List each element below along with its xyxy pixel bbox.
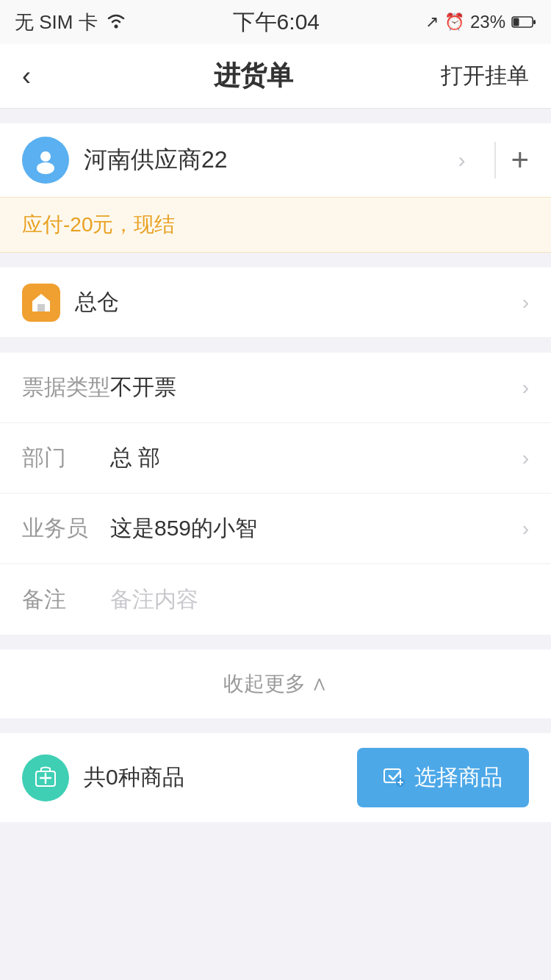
svg-point-4 bbox=[40, 151, 51, 162]
section-gap-1 bbox=[0, 253, 551, 267]
open-pending-button[interactable]: 打开挂单 bbox=[441, 61, 529, 91]
wifi-icon bbox=[105, 11, 127, 34]
supplier-section: 河南供应商22 › + 应付-20元，现结 bbox=[0, 123, 551, 253]
supplier-chevron-icon: › bbox=[458, 148, 465, 173]
invoice-type-label: 票据类型 bbox=[22, 372, 110, 403]
content-area: 河南供应商22 › + 应付-20元，现结 总仓 › 票据类型 不开票 bbox=[0, 123, 551, 980]
gray-fill bbox=[0, 822, 551, 980]
supplier-row[interactable]: 河南供应商22 › + bbox=[0, 123, 551, 197]
status-time: 下午6:04 bbox=[233, 7, 320, 37]
back-button[interactable]: ‹ bbox=[22, 61, 66, 92]
collapse-button[interactable]: 收起更多 ∧ bbox=[0, 649, 551, 718]
supplier-name: 河南供应商22 bbox=[84, 144, 458, 176]
invoice-type-value: 不开票 bbox=[110, 372, 515, 403]
svg-point-0 bbox=[114, 24, 118, 28]
page-title: 进货单 bbox=[214, 58, 293, 94]
supplier-avatar bbox=[22, 137, 69, 184]
warehouse-icon-wrap bbox=[22, 284, 60, 322]
warehouse-name: 总仓 bbox=[75, 287, 515, 317]
product-count: 共0种商品 bbox=[84, 763, 342, 793]
svg-rect-6 bbox=[37, 304, 45, 311]
info-text: 应付-20元，现结 bbox=[22, 213, 175, 236]
bottom-bar: 共0种商品 选择商品 bbox=[0, 733, 551, 822]
svg-rect-3 bbox=[533, 20, 536, 24]
section-gap-2 bbox=[0, 338, 551, 353]
salesperson-label: 业务员 bbox=[22, 514, 110, 544]
salesperson-row[interactable]: 业务员 这是859的小智 › bbox=[0, 494, 551, 564]
select-product-label: 选择商品 bbox=[414, 763, 503, 793]
salesperson-value: 这是859的小智 bbox=[110, 514, 515, 544]
add-supplier-button[interactable]: + bbox=[511, 145, 529, 176]
product-icon-wrap bbox=[22, 754, 69, 801]
carrier-label: 无 SIM 卡 bbox=[15, 10, 98, 35]
location-icon: ↗ bbox=[425, 12, 439, 32]
warehouse-chevron-icon: › bbox=[522, 291, 529, 314]
department-value: 总 部 bbox=[110, 443, 515, 473]
invoice-type-chevron-icon: › bbox=[522, 376, 529, 400]
warehouse-row[interactable]: 总仓 › bbox=[0, 267, 551, 338]
department-row[interactable]: 部门 总 部 › bbox=[0, 423, 551, 494]
svg-point-5 bbox=[37, 162, 54, 174]
alarm-icon: ⏰ bbox=[444, 12, 464, 32]
svg-rect-2 bbox=[513, 18, 519, 26]
nav-bar: ‹ 进货单 打开挂单 bbox=[0, 44, 551, 109]
form-section: 票据类型 不开票 › 部门 总 部 › 业务员 这是859的小智 › 备注 备注… bbox=[0, 353, 551, 635]
supplier-divider bbox=[494, 142, 496, 179]
info-banner: 应付-20元，现结 bbox=[0, 197, 551, 253]
battery-icon bbox=[511, 11, 536, 34]
status-bar: 无 SIM 卡 下午6:04 ↗ ⏰ 23% bbox=[0, 0, 551, 44]
warehouse-section: 总仓 › bbox=[0, 267, 551, 338]
status-left: 无 SIM 卡 bbox=[15, 10, 127, 35]
department-label: 部门 bbox=[22, 443, 110, 473]
battery-percent: 23% bbox=[470, 12, 505, 32]
collapse-label: 收起更多 ∧ bbox=[223, 672, 328, 695]
invoice-type-row[interactable]: 票据类型 不开票 › bbox=[0, 353, 551, 423]
remark-label: 备注 bbox=[22, 585, 110, 615]
department-chevron-icon: › bbox=[522, 447, 529, 470]
status-right: ↗ ⏰ 23% bbox=[425, 11, 536, 34]
salesperson-chevron-icon: › bbox=[522, 517, 529, 541]
select-product-button[interactable]: 选择商品 bbox=[357, 748, 529, 807]
remark-row[interactable]: 备注 备注内容 bbox=[0, 564, 551, 635]
remark-placeholder: 备注内容 bbox=[110, 585, 529, 615]
